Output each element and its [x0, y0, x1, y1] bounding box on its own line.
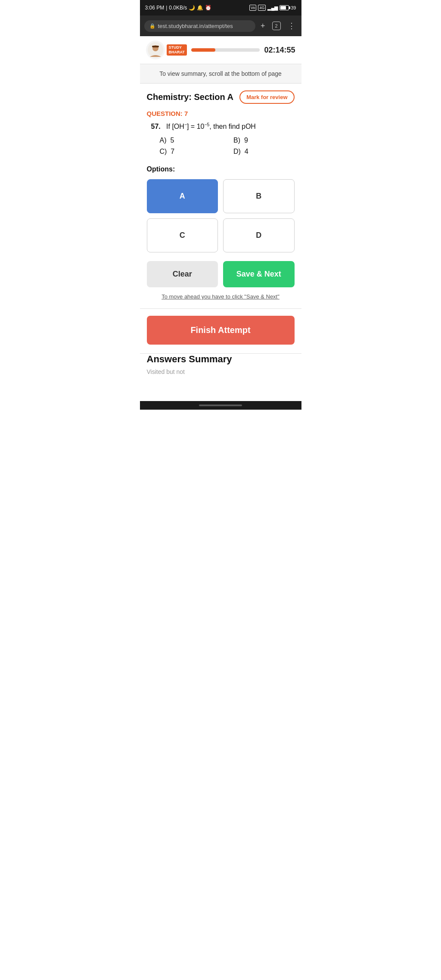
- progress-bar-fill: [191, 48, 215, 52]
- question-label: QUESTION: 7: [147, 110, 295, 117]
- timer-display: 02:14:55: [264, 46, 295, 55]
- lte-icon: Vo: [249, 5, 257, 11]
- progress-bar: [191, 48, 260, 52]
- mark-review-button[interactable]: Mark for review: [239, 90, 294, 104]
- browser-bar: 🔒 test.studybharat.in/attempt/tes + 2 ⋮: [140, 16, 301, 36]
- signal-icon: ▂▄▆: [267, 5, 278, 11]
- question-options-display: A) 5 B) 9 C) 7 D) 4: [160, 135, 295, 157]
- save-next-button[interactable]: Save & Next: [223, 261, 295, 287]
- finish-attempt-button[interactable]: Finish Attempt: [147, 316, 295, 345]
- section-title: Chemistry: Section A: [147, 92, 234, 102]
- move-ahead-hint: To move ahead you have to click "Save & …: [147, 293, 295, 300]
- visited-label: Visited but not: [147, 368, 295, 375]
- option-button-a[interactable]: A: [147, 179, 218, 213]
- summary-notice: To view summary, scroll at the bottom of…: [140, 64, 301, 84]
- time-display: 3:06 PM: [145, 5, 165, 11]
- question-number: 57.: [151, 123, 161, 130]
- 4g-icon: 4G: [258, 5, 266, 11]
- menu-button[interactable]: ⋮: [286, 19, 297, 32]
- main-content: Chemistry: Section A Mark for review QUE…: [140, 84, 301, 300]
- home-indicator: [140, 401, 301, 410]
- answer-options-grid: A B C D: [147, 179, 295, 252]
- svg-rect-2: [152, 46, 159, 47]
- network-display: 0.0KB/s: [169, 5, 187, 11]
- answers-summary-section: Answers Summary Visited but not: [140, 354, 301, 375]
- logo-face-svg: [148, 42, 163, 58]
- progress-section: 02:14:55: [191, 46, 295, 55]
- url-bar[interactable]: 🔒 test.studybharat.in/attempt/tes: [144, 20, 255, 32]
- q-option-a: A) 5: [160, 135, 221, 146]
- url-text: test.studybharat.in/attempt/tes: [158, 23, 233, 29]
- option-button-d[interactable]: D: [223, 218, 295, 252]
- tabs-button[interactable]: 2: [270, 20, 283, 32]
- logo-container: STUDY BHARAT: [146, 40, 187, 59]
- answers-summary-title: Answers Summary: [147, 354, 295, 365]
- moon-icon: 🌙: [189, 5, 195, 11]
- status-bar: 3:06 PM | 0.0KB/s 🌙 🔔 ⏰ Vo 4G ▂▄▆ 39: [140, 0, 301, 16]
- action-buttons: Clear Save & Next: [147, 261, 295, 287]
- status-right: Vo 4G ▂▄▆ 39: [249, 5, 296, 11]
- clear-button[interactable]: Clear: [147, 261, 218, 287]
- home-bar: [199, 404, 242, 406]
- logo-text: STUDY BHARAT: [167, 44, 187, 56]
- question-content: 57. If [OH−] = 10−5, then find pOH: [151, 121, 295, 132]
- q-option-d: D) 4: [233, 146, 295, 157]
- battery-icon: [280, 5, 289, 10]
- status-left: 3:06 PM | 0.0KB/s 🌙 🔔 ⏰: [145, 5, 212, 11]
- app-header: STUDY BHARAT 02:14:55: [140, 36, 301, 64]
- logo-avatar: [146, 40, 165, 59]
- network-speed: |: [166, 5, 167, 11]
- tab-count: 2: [272, 22, 281, 30]
- notification-icon: 🔔: [197, 5, 203, 11]
- options-label: Options:: [147, 165, 295, 173]
- battery-percent: 39: [291, 5, 296, 10]
- finish-section: Finish Attempt: [140, 309, 301, 353]
- option-button-b[interactable]: B: [223, 179, 295, 213]
- new-tab-button[interactable]: +: [259, 20, 267, 32]
- section-header: Chemistry: Section A Mark for review: [147, 90, 295, 104]
- q-option-b: B) 9: [233, 135, 295, 146]
- q-option-c: C) 7: [160, 146, 221, 157]
- option-button-c[interactable]: C: [147, 218, 218, 252]
- lock-icon: 🔒: [149, 23, 155, 29]
- alarm-icon: ⏰: [205, 5, 211, 11]
